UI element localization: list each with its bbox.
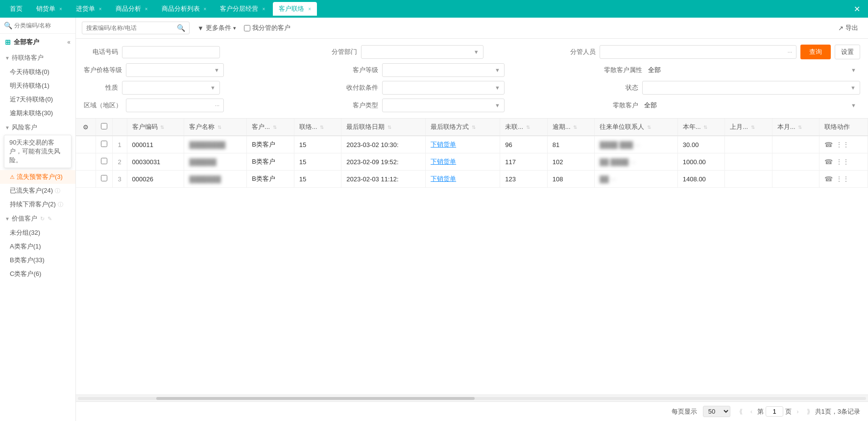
column-contact[interactable]: 联络... ⇅ [294, 119, 341, 136]
sidebar-group-value-title[interactable]: ▼ 价值客户 ↻ ✎ [0, 211, 75, 226]
edit-icon[interactable]: ✎ [48, 216, 52, 222]
close-sales-order-icon[interactable]: × [59, 6, 62, 12]
tab-product-analysis-list[interactable]: 商品分析列表 × [156, 2, 213, 16]
scrollbar-thumb[interactable] [156, 397, 475, 400]
my-customer-checkbox[interactable] [244, 25, 250, 31]
sidebar-item-today[interactable]: 今天待联络(0) [0, 65, 75, 79]
column-this-month[interactable]: 本月... ⇅ [772, 119, 820, 136]
search-icon[interactable]: 🔍 [177, 24, 185, 32]
sidebar-item-churned[interactable]: 已流失客户(24) ⓘ [0, 184, 75, 198]
column-unit-contact[interactable]: 往来单位联系人 ⇅ [595, 119, 678, 136]
row2-index: 2 [112, 153, 127, 171]
filter-cell-manager: 分管人员 ··· [561, 45, 796, 59]
window-close-button[interactable]: ✕ [850, 4, 864, 14]
sidebar-item-class-c[interactable]: C类客户(6) [0, 267, 75, 281]
row3-contact-icon[interactable]: ☎ [824, 175, 833, 183]
price-grade-arrow: ▼ [214, 67, 219, 73]
grade-select[interactable]: ▼ [382, 63, 505, 77]
column-uncontacted[interactable]: 未联... ⇅ [500, 119, 548, 136]
status-select[interactable]: ▼ [642, 81, 860, 95]
row1-checkbox[interactable] [101, 141, 107, 147]
close-product-analysis-icon[interactable]: × [145, 6, 148, 12]
horizontal-scrollbar[interactable] [76, 395, 868, 401]
row1-more-icon[interactable]: ⋮⋮ [836, 141, 849, 149]
row2-more-icon[interactable]: ⋮⋮ [836, 158, 849, 166]
tab-purchase-order[interactable]: 进货单 × [70, 2, 108, 16]
row2-checkbox[interactable] [101, 158, 107, 164]
row3-more-icon[interactable]: ⋮⋮ [836, 175, 849, 183]
query-button[interactable]: 查询 [800, 45, 831, 59]
sidebar-item-overdue-uncontacted[interactable]: 逾期未联络(30) [0, 106, 75, 120]
my-customer-checkbox-label[interactable]: 我分管的客户 [244, 24, 290, 32]
row3-last-method[interactable]: 下销货单 [426, 171, 500, 188]
sidebar-item-class-b[interactable]: B类客户(33) [0, 253, 75, 267]
row3-checkbox-cell[interactable] [96, 171, 112, 188]
sidebar-item-churn-warning[interactable]: ⚠ 流失预警客户(3) [0, 170, 75, 184]
select-all-checkbox[interactable] [101, 123, 107, 129]
close-product-analysis-list-icon[interactable]: × [204, 6, 207, 12]
column-this-year[interactable]: 本年... ⇅ [677, 119, 725, 136]
home-tab[interactable]: 首页 [4, 4, 28, 13]
sidebar-item-class-a[interactable]: A类客户(1) [0, 240, 75, 253]
nature-select[interactable]: ▼ [122, 81, 220, 95]
column-type[interactable]: 客户... ⇅ [247, 119, 294, 136]
row2-last-method[interactable]: 下销货单 [426, 153, 500, 171]
row1-checkbox-cell[interactable] [96, 136, 112, 153]
collapse-sidebar-icon[interactable]: « [67, 39, 71, 46]
sidebar-group-pending-title[interactable]: ▼ 待联络客户 [0, 50, 75, 65]
price-grade-select[interactable]: ▼ [126, 63, 224, 77]
column-select-all[interactable] [96, 119, 112, 136]
last-page-button[interactable]: ⟫ [804, 407, 813, 416]
sidebar-search-input[interactable] [14, 22, 76, 29]
sidebar-all-customers[interactable]: ⊞ 全部客户 « [0, 34, 75, 50]
row3-checkbox[interactable] [101, 175, 107, 181]
row2-code: 00030031 [127, 153, 184, 171]
sidebar-item-7days[interactable]: 近7天待联络(0) [0, 93, 75, 106]
tab-sales-order[interactable]: 销货单 × [30, 2, 68, 16]
sidebar-group-risk-title[interactable]: ▼ 风险客户 [0, 120, 75, 135]
retail-customer-select[interactable]: ▼ [661, 99, 860, 112]
column-last-month[interactable]: 上月... ⇅ [725, 119, 772, 136]
sidebar-item-tomorrow[interactable]: 明天待联络(1) [0, 79, 75, 93]
column-overdue[interactable]: 逾期... ⇅ [547, 119, 595, 136]
page-input[interactable] [766, 406, 783, 417]
payment-select[interactable]: ▼ [382, 81, 505, 95]
customer-type-select[interactable]: ▼ [382, 99, 505, 112]
tab-customer-segmentation[interactable]: 客户分层经营 × [214, 2, 271, 16]
phone-input[interactable] [122, 46, 220, 58]
close-customer-segmentation-icon[interactable]: × [262, 6, 265, 12]
next-page-button[interactable]: › [794, 407, 801, 416]
scrollbar-track[interactable] [78, 397, 866, 400]
filter-cell-dept: 分管部门 ▼ [323, 45, 558, 59]
column-last-contact-date[interactable]: 最后联络日期 ⇅ [341, 119, 426, 136]
manager-select[interactable]: ··· [600, 45, 796, 59]
customer-type-arrow: ▼ [495, 102, 500, 108]
close-customer-contact-icon[interactable]: × [308, 6, 311, 12]
column-settings[interactable]: ⚙ [76, 119, 96, 136]
column-code[interactable]: 客户编码 ⇅ [127, 119, 184, 136]
row3-type: B类客户 [247, 171, 294, 188]
row2-contact-icon[interactable]: ☎ [824, 158, 833, 166]
search-input[interactable] [86, 25, 174, 31]
retail-attr-select[interactable]: ▼ [665, 63, 860, 77]
region-select[interactable]: ··· [126, 99, 224, 112]
column-name[interactable]: 客户名称 ⇅ [184, 119, 247, 136]
per-page-select[interactable]: 50 100 200 [703, 406, 730, 417]
more-filter-button[interactable]: ▼ 更多条件 ▾ [193, 22, 240, 34]
row2-checkbox-cell[interactable] [96, 153, 112, 171]
column-last-contact-method[interactable]: 最后联络方式 ⇅ [426, 119, 500, 136]
first-page-button[interactable]: ⟪ [736, 407, 746, 416]
sidebar-item-unclassified[interactable]: 未分组(32) [0, 226, 75, 240]
settings-button[interactable]: 设置 [835, 45, 860, 59]
row1-this-year: 30.00 [677, 136, 725, 153]
refresh-icon[interactable]: ↻ [40, 216, 45, 222]
dept-select[interactable]: ▼ [361, 45, 483, 59]
close-purchase-order-icon[interactable]: × [99, 6, 102, 12]
tab-product-analysis[interactable]: 商品分析 × [110, 2, 154, 16]
prev-page-button[interactable]: ‹ [747, 407, 755, 416]
row1-contact-icon[interactable]: ☎ [824, 141, 833, 149]
sidebar-item-declining[interactable]: 持续下滑客户(2) ⓘ [0, 198, 75, 211]
tab-customer-contact[interactable]: 客户联络 × [273, 2, 317, 16]
row1-last-method[interactable]: 下销货单 [426, 136, 500, 153]
export-button[interactable]: ↗ 导出 [834, 22, 862, 34]
